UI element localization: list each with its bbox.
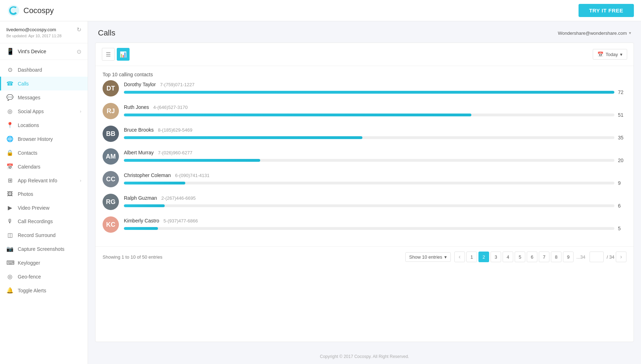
bar-row: 51 (124, 112, 626, 118)
sidebar-item-social-apps[interactable]: ◎ Social Apps › (0, 104, 88, 118)
contact-name: Ralph Guzman (124, 195, 157, 201)
bar-count: 35 (618, 135, 626, 140)
bar-count: 51 (618, 112, 626, 118)
bar-count: 20 (618, 158, 626, 163)
bar-fill (124, 227, 158, 230)
footer: Copyright © 2017 Cocospy. All Right Rese… (88, 349, 641, 364)
sidebar-item-video-preview[interactable]: ▶ Video Preview (0, 201, 88, 215)
app-info-icon: ⊞ (6, 177, 13, 184)
chevron-icon: › (80, 109, 81, 114)
bar-row: 6 (124, 203, 626, 209)
sidebar-item-locations[interactable]: 📍 Locations (0, 118, 88, 132)
sidebar-item-call-recordings[interactable]: 🎙 Call Recordings (0, 215, 88, 228)
locations-icon: 📍 (6, 122, 13, 128)
sidebar-item-label: Photos (18, 191, 33, 197)
sidebar-item-label: App Relevant Info (18, 178, 57, 183)
sidebar-item-label: Browser History (18, 136, 53, 142)
list-view-button[interactable]: ☰ (102, 48, 115, 61)
sidebar-item-contacts[interactable]: 🔒 Contacts (0, 146, 88, 160)
page-2-button[interactable]: 2 (478, 252, 489, 262)
bar-count: 6 (618, 203, 626, 209)
refresh-icon[interactable]: ↻ (77, 26, 81, 33)
social-apps-icon: ◎ (6, 108, 13, 115)
page-ellipsis: ...34 (575, 254, 587, 260)
next-page-button[interactable]: › (616, 252, 626, 262)
main-content: Calls Wondershare@wondershare.com ▾ ☰ 📊 (88, 21, 641, 364)
show-entries-arrow: ▾ (444, 254, 447, 260)
sidebar-item-label: Geo-fence (18, 274, 41, 280)
page-title: Calls (98, 28, 115, 38)
page-total: / 34 (607, 254, 614, 260)
geo-fence-icon: ◎ (6, 273, 13, 280)
panel-toolbar: ☰ 📊 📅 Today ▾ (95, 43, 634, 66)
account-email: livedemo@cocospy.com (6, 27, 56, 32)
contact-name-row: Bruce Brooks 8-(185)629-5469 (124, 127, 626, 133)
sidebar-item-app-relevant-info[interactable]: ⊞ App Relevant Info › (0, 173, 88, 187)
page-input[interactable] (590, 252, 604, 262)
contact-name: Bruce Brooks (124, 127, 154, 133)
bar-track (124, 182, 614, 184)
page-6-button[interactable]: 6 (527, 252, 537, 262)
device-name: 📱 Vint's Device (6, 48, 46, 55)
sidebar-item-dashboard[interactable]: ⊙ Dashboard (0, 63, 88, 77)
contact-phone: 8-(185)629-5469 (158, 127, 192, 133)
sidebar-item-label: Keylogger (18, 260, 40, 266)
sidebar-item-geo-fence[interactable]: ◎ Geo-fence (0, 270, 88, 283)
sidebar-item-label: Call Recordings (18, 219, 53, 224)
contact-name: Albert Murray (124, 150, 154, 155)
chart-view-button[interactable]: 📊 (117, 48, 130, 61)
try-it-free-button[interactable]: TRY IT FREE (579, 4, 634, 17)
pagination-controls: ‹ 1 2 3 4 5 6 7 8 9 ...34 / 34 › (454, 252, 626, 262)
date-filter-dropdown[interactable]: 📅 Today ▾ (593, 49, 627, 60)
contact-name: Ruth Jones (124, 104, 149, 110)
sidebar-item-calls[interactable]: ☎ Calls (0, 77, 88, 90)
sidebar-item-record-surround[interactable]: ◫ Record Surround (0, 228, 88, 242)
capture-screenshots-icon: 📷 (6, 246, 13, 252)
sidebar-item-calendars[interactable]: 📅 Calendars (0, 160, 88, 173)
sidebar-item-keylogger[interactable]: ⌨ Keylogger (0, 256, 88, 270)
contact-name-row: Kimberly Castro 5-(937)477-6866 (124, 218, 626, 224)
contact-name-row: Ralph Guzman 2-(267)446-6695 (124, 195, 626, 201)
sidebar-item-browser-history[interactable]: 🌐 Browser History (0, 132, 88, 146)
bar-track (124, 114, 614, 116)
page-7-button[interactable]: 7 (539, 252, 549, 262)
calendar-icon: 📅 (597, 51, 603, 57)
page-4-button[interactable]: 4 (503, 252, 513, 262)
bar-row: 72 (124, 89, 626, 95)
sidebar-item-messages[interactable]: 💬 Messages (0, 90, 88, 104)
page-3-button[interactable]: 3 (491, 252, 501, 262)
prev-page-button[interactable]: ‹ (454, 252, 465, 262)
page-9-button[interactable]: 9 (563, 252, 574, 262)
contact-phone: 7-(759)071-1227 (160, 82, 195, 87)
sidebar-account: livedemo@cocospy.com ↻ Be updated: Apr 1… (0, 21, 88, 43)
pagination-row: Showing 1 to 10 of 50 entries Show 10 en… (95, 246, 634, 267)
bar-count: 72 (618, 89, 626, 95)
contact-info: Christopher Coleman 6-(090)741-4131 9 (124, 172, 626, 186)
page-1-button[interactable]: 1 (466, 252, 477, 262)
contact-info: Albert Murray 7-(026)960-6277 20 (124, 150, 626, 163)
account-dropdown[interactable]: Wondershare@wondershare.com ▾ (558, 31, 631, 36)
sidebar-item-capture-screenshots[interactable]: 📷 Capture Screenshots (0, 242, 88, 256)
date-filter-label: Today (606, 52, 618, 57)
browser-history-icon: 🌐 (6, 136, 13, 142)
footer-text: Copyright © 2017 Cocospy. All Right Rese… (320, 354, 409, 359)
toggle-alerts-icon: 🔔 (6, 287, 13, 294)
sidebar-item-toggle-alerts[interactable]: 🔔 Toggle Alerts (0, 283, 88, 297)
target-icon[interactable]: ⊙ (77, 48, 81, 55)
contact-avatar: CC (103, 171, 119, 187)
account-email-display: Wondershare@wondershare.com (558, 31, 627, 36)
contact-avatar: AM (103, 148, 119, 165)
page-8-button[interactable]: 8 (551, 252, 561, 262)
content-panel: ☰ 📊 📅 Today ▾ Top 10 calling contacts DT (95, 43, 634, 342)
contact-avatar: KC (103, 216, 119, 233)
sidebar-item-photos[interactable]: 🖼 Photos (0, 187, 88, 201)
bar-row: 20 (124, 158, 626, 163)
sidebar-item-label: Calls (18, 81, 29, 87)
logo-text: Cocospy (23, 6, 54, 15)
show-entries-dropdown[interactable]: Show 10 entries ▾ (405, 252, 451, 262)
sidebar-item-label: Calendars (18, 164, 40, 170)
contact-phone: 5-(937)477-6866 (164, 218, 198, 224)
page-5-button[interactable]: 5 (515, 252, 525, 262)
contact-avatar: RJ (103, 103, 119, 119)
bar-track (124, 159, 614, 162)
